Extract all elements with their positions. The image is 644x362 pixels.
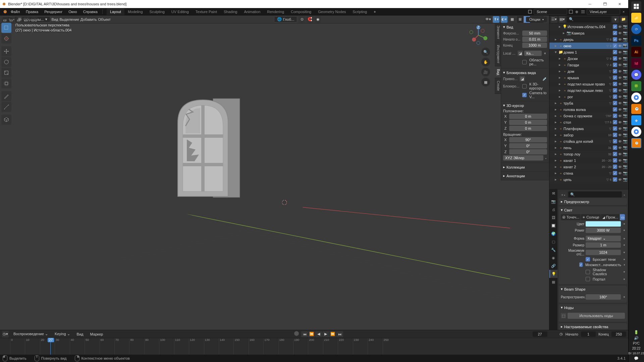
workspace-tab-layout[interactable]: Layout bbox=[107, 8, 124, 15]
snap-icon[interactable]: 🧲 bbox=[307, 16, 313, 23]
eyedropper-icon[interactable]: 💉 bbox=[542, 77, 547, 81]
menu-view[interactable]: Вид bbox=[52, 17, 58, 21]
overlays-icon[interactable]: ◐▾ bbox=[501, 16, 507, 23]
outliner-row[interactable]: ▸▫канат 220→20👁📷 bbox=[549, 164, 628, 170]
clock-icon[interactable]: ◷ bbox=[559, 332, 563, 336]
light-size-field[interactable]: 1 m bbox=[586, 242, 621, 248]
light-type-area[interactable]: ▭ Источ... bbox=[620, 214, 625, 220]
portal-checkbox[interactable] bbox=[586, 277, 590, 281]
window-minimize-button[interactable]: ─ bbox=[583, 0, 597, 8]
light-type-sun[interactable]: ☀ Солнце bbox=[581, 214, 601, 220]
outliner-row[interactable]: ▸▫пень31👁📷 bbox=[549, 144, 628, 151]
menu-select[interactable]: Выделение bbox=[60, 17, 79, 21]
proptab-modifier-icon[interactable]: 🔧 bbox=[549, 246, 557, 254]
taskbar-photoshop-icon[interactable]: Ps bbox=[631, 36, 641, 46]
proptab-scene-icon[interactable]: 🔲 bbox=[549, 222, 557, 230]
light-type-point[interactable]: ⦿ Точеч... bbox=[561, 214, 581, 220]
viewlayer-new-icon[interactable]: × bbox=[622, 9, 626, 14]
outliner-filter-icon[interactable]: ▼ bbox=[612, 16, 619, 23]
workspace-tab-modeling[interactable]: Modeling bbox=[124, 8, 146, 15]
jump-next-key-icon[interactable]: ⏩ bbox=[329, 331, 336, 337]
localcam-field[interactable]: Ка... bbox=[524, 51, 541, 56]
props-editor-icon[interactable]: ⬦▾ bbox=[560, 191, 567, 198]
workspace-tab-scripting[interactable]: Scripting bbox=[349, 8, 370, 15]
taskbar-blender-icon[interactable] bbox=[631, 104, 641, 114]
viewlayer-field[interactable]: ViewLayer bbox=[587, 9, 620, 15]
window-maximize-button[interactable]: 🗖 bbox=[597, 0, 612, 8]
tool-select-box[interactable] bbox=[1, 23, 11, 33]
taskbar-explorer-icon[interactable]: 📁 bbox=[631, 13, 641, 23]
frame-start-field[interactable]: 1 bbox=[581, 331, 596, 337]
lock-obj-picker[interactable]: ◪ bbox=[520, 76, 525, 81]
workspace-tab-shading[interactable]: Shading bbox=[220, 8, 240, 15]
workspace-tab-rendering[interactable]: Rendering bbox=[264, 8, 287, 15]
orbit-gizmo[interactable]: Z bbox=[467, 23, 490, 47]
scene-browse-icon[interactable] bbox=[569, 9, 573, 14]
autokey-toggle[interactable] bbox=[294, 331, 299, 336]
menu-render[interactable]: Рендеринг bbox=[42, 9, 65, 15]
npanel-tab-2[interactable]: Вид bbox=[495, 66, 501, 78]
outliner-row[interactable]: ▸▫подстил крыши лево▽👁📷 bbox=[549, 87, 628, 94]
outliner-row[interactable]: ▸💡Источник-область.004👁📷 bbox=[549, 23, 628, 30]
workspace-tab-sculpting[interactable]: Sculpting bbox=[146, 8, 168, 15]
menu-file[interactable]: Файл bbox=[8, 9, 22, 15]
outliner-row[interactable]: ▸📷Камера👁📷 bbox=[549, 30, 628, 36]
localcam-picker[interactable]: ◪ bbox=[518, 51, 523, 56]
tray-battery-icon[interactable]: 🔋 bbox=[634, 330, 639, 335]
proptab-physics-icon[interactable]: ◉ bbox=[549, 254, 557, 262]
focal-length-field[interactable]: 50 mm bbox=[522, 31, 547, 36]
outliner-row[interactable]: ▸▫рог▽👁📷 bbox=[549, 94, 628, 100]
npanel-collections-header[interactable]: ▸ Коллекции bbox=[503, 164, 547, 170]
render-region-checkbox[interactable] bbox=[522, 60, 527, 64]
selectmode-new-icon[interactable]: ▭ bbox=[1, 17, 8, 23]
tool-add-cube[interactable] bbox=[1, 115, 11, 125]
cursor-z-field[interactable]: 0 m bbox=[509, 126, 547, 131]
proptab-viewlayer-icon[interactable]: 🖼 bbox=[549, 214, 557, 222]
npanel-annotations-header[interactable]: ▸ Аннотации bbox=[503, 173, 547, 179]
blender-icon[interactable] bbox=[2, 9, 7, 14]
timeline-marker-menu[interactable]: Маркер bbox=[88, 331, 105, 337]
multi-importance-checkbox[interactable] bbox=[579, 262, 583, 267]
clip-start-field[interactable]: 0.01 m bbox=[522, 37, 547, 42]
menu-help[interactable]: Справка bbox=[80, 9, 100, 15]
light-color-swatch[interactable] bbox=[586, 221, 621, 227]
outliner-row[interactable]: ▸▫канат 120→20👁📷 bbox=[549, 157, 628, 164]
cursor-rotmode-field[interactable]: XYZ Эйлер bbox=[503, 155, 543, 161]
visibility-icon[interactable]: 👁▾ bbox=[485, 16, 491, 23]
proptab-world-icon[interactable]: 🌍 bbox=[549, 230, 557, 238]
outliner-display-mode[interactable]: ▤▾ bbox=[559, 16, 566, 23]
taskbar-blender-active-icon[interactable] bbox=[631, 138, 641, 148]
tool-move[interactable] bbox=[1, 46, 11, 56]
frame-end-field[interactable]: 250 bbox=[611, 331, 626, 337]
outliner-row[interactable]: ▾📁домик 1👁📷 bbox=[549, 49, 628, 55]
jump-prev-key-icon[interactable]: ⏪ bbox=[308, 331, 315, 337]
workspace-tab-compositing[interactable]: Compositing bbox=[287, 8, 315, 15]
outliner-row[interactable]: ▸▫окно▽ 2👁📷 bbox=[549, 43, 628, 49]
add-workspace-button[interactable]: + bbox=[371, 9, 378, 15]
taskbar-start-icon[interactable] bbox=[631, 1, 641, 11]
menu-object[interactable]: Объект bbox=[98, 17, 110, 21]
tool-annotate[interactable] bbox=[1, 91, 11, 101]
shading-wire-icon[interactable]: ⊞ bbox=[517, 16, 524, 23]
npanel-cursor-header[interactable]: ▾ 3D-курсор bbox=[503, 103, 547, 108]
jump-end-icon[interactable]: ⏭ bbox=[336, 331, 343, 337]
tray-notifications-icon[interactable]: 💬 bbox=[634, 356, 639, 361]
light-bounces-field[interactable]: 1024 bbox=[586, 250, 621, 255]
use-nodes-button[interactable]: Использовать ноды bbox=[568, 313, 625, 319]
outliner-row[interactable]: ▸▫труба▽👁📷 bbox=[549, 100, 628, 106]
taskbar-illustrator-icon[interactable]: Ai bbox=[631, 47, 641, 57]
cursor-x-field[interactable]: 0 m bbox=[509, 114, 547, 119]
play-icon[interactable]: ▶ bbox=[322, 331, 329, 337]
tool-transform[interactable] bbox=[1, 78, 11, 88]
proptab-texture-icon[interactable]: ▦ bbox=[549, 278, 557, 286]
selectmode-sub-icon[interactable]: ▭⁻ bbox=[16, 17, 23, 23]
xray-icon[interactable]: ▦ bbox=[509, 16, 516, 23]
timeline-view-menu[interactable]: Вид bbox=[75, 331, 86, 337]
scene-field[interactable]: Scene bbox=[534, 9, 567, 15]
menu-edit[interactable]: Правка bbox=[23, 9, 41, 15]
light-type-spot[interactable]: ◢ Прож... bbox=[601, 214, 620, 220]
lock-cursor-checkbox[interactable] bbox=[522, 84, 527, 88]
outliner-row[interactable]: ▸▫цепь▽ 6👁📷 bbox=[549, 176, 628, 183]
taskbar-steam-icon[interactable]: ⟳ bbox=[631, 24, 641, 34]
selectmode-invert-icon[interactable]: ▭∩ bbox=[23, 17, 30, 23]
